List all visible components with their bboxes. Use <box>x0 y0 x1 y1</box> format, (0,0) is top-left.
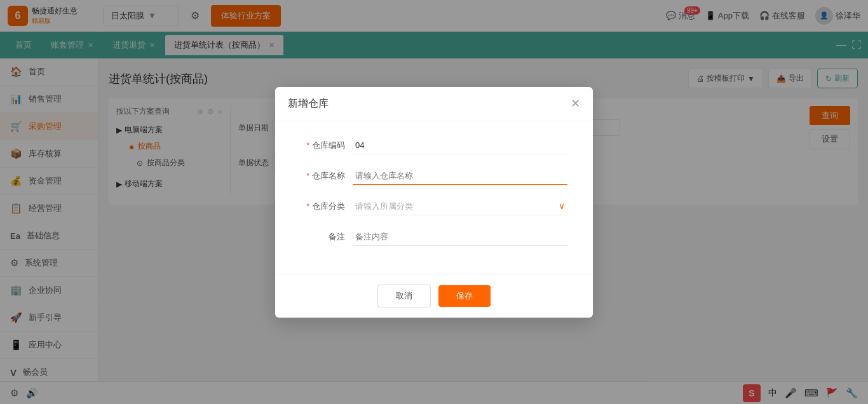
remark-input[interactable] <box>353 228 567 246</box>
form-row-code: 仓库编码 <box>301 137 567 154</box>
name-label: 仓库名称 <box>301 170 345 182</box>
modal-title: 新增仓库 <box>288 97 329 111</box>
modal-body: 仓库编码 仓库名称 仓库分类 请输入所属分类 ∨ 备注 <box>275 121 593 274</box>
cancel-btn[interactable]: 取消 <box>377 285 431 307</box>
code-label: 仓库编码 <box>301 140 345 151</box>
remark-label: 备注 <box>301 231 345 243</box>
modal-footer: 取消 保存 <box>275 274 593 318</box>
form-row-category: 仓库分类 请输入所属分类 ∨ <box>301 198 567 215</box>
modal-close-btn[interactable]: ✕ <box>571 98 580 109</box>
modal-overlay[interactable]: 新增仓库 ✕ 仓库编码 仓库名称 仓库分类 请输入所属分类 <box>0 0 868 404</box>
name-input[interactable] <box>353 167 567 185</box>
modal-header: 新增仓库 ✕ <box>275 87 593 121</box>
category-label: 仓库分类 <box>301 201 345 212</box>
code-input[interactable] <box>353 137 567 154</box>
save-btn[interactable]: 保存 <box>438 285 491 307</box>
form-row-remark: 备注 <box>301 228 567 246</box>
category-select-wrapper: 请输入所属分类 ∨ <box>353 198 567 215</box>
category-select[interactable]: 请输入所属分类 <box>353 198 567 215</box>
new-warehouse-modal: 新增仓库 ✕ 仓库编码 仓库名称 仓库分类 请输入所属分类 <box>275 87 593 318</box>
form-row-name: 仓库名称 <box>301 167 567 185</box>
